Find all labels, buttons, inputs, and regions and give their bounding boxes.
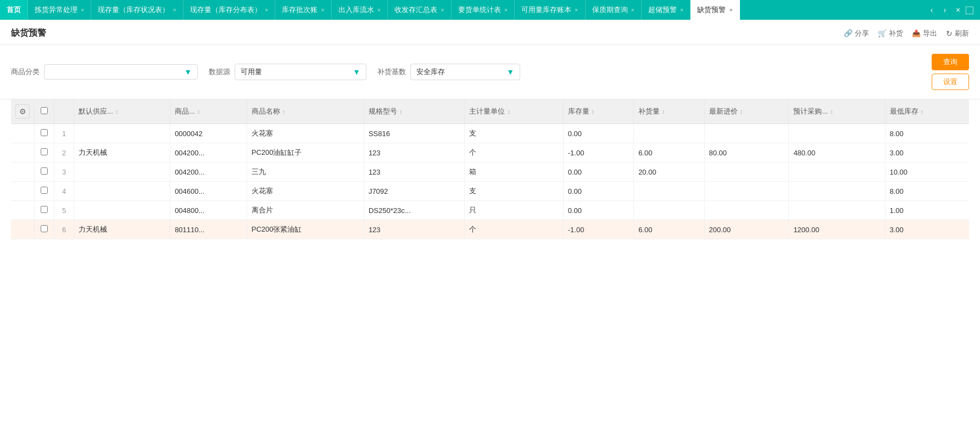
th-unit: 主计量单位 ↕ (465, 99, 563, 124)
row-checkbox-0[interactable] (41, 129, 48, 136)
td-check-1 (35, 143, 54, 163)
table-wrap: ⚙ 默认供应... ↕ 商品... (0, 99, 980, 239)
tab-next-button[interactable]: › (938, 3, 951, 16)
td-unit-2: 箱 (465, 163, 563, 182)
tab-expand-button[interactable]: ⃞ (965, 3, 978, 16)
est-purchase-sort-icon: ↕ (830, 108, 833, 115)
datasource-filter-group: 数据源 可用量 ▼ (209, 64, 366, 80)
th-unit-sort[interactable]: 主计量单位 ↕ (469, 107, 558, 116)
th-goods-name: 商品名称 ↕ (247, 99, 364, 124)
td-stock-1: -1.00 (563, 143, 633, 163)
tab-close-defect-process[interactable]: × (81, 7, 84, 13)
replenish-base-value: 安全库存 (416, 67, 445, 77)
select-all-checkbox[interactable] (41, 107, 48, 114)
tab-close-inventory-status[interactable]: × (172, 7, 176, 13)
td-spec-4: DS250*23c... (364, 201, 464, 220)
datasource-select[interactable]: 可用量 ▼ (235, 64, 366, 80)
tab-item-overstock[interactable]: 超储预警× (642, 0, 691, 20)
category-select-arrow: ▼ (184, 68, 192, 76)
tab-item-recv-summary[interactable]: 收发存汇总表× (388, 0, 451, 20)
th-spec-sort[interactable]: 规格型号 ↕ (369, 107, 460, 116)
main-content: 缺货预警 🔗 分享 🛒 补货 📤 导出 ↻ 刷新 商品分类 (0, 20, 980, 437)
replenish-base-select[interactable]: 安全库存 ▼ (410, 64, 520, 80)
td-est-purchase-4 (789, 201, 885, 220)
th-supplier-sort[interactable]: 默认供应... ↕ (79, 107, 165, 116)
td-min-stock-1: 3.00 (885, 143, 969, 163)
tab-prev-button[interactable]: ‹ (925, 3, 938, 16)
td-stock-2: 0.00 (563, 163, 633, 182)
td-unit-0: 支 (465, 124, 563, 143)
row-checkbox-3[interactable] (41, 187, 48, 194)
tab-item-expiry[interactable]: 保质期查询× (586, 0, 642, 20)
tab-close-inout-flow[interactable]: × (377, 7, 381, 13)
tab-item-avail-ledger[interactable]: 可用量库存账本× (515, 0, 585, 20)
tab-close-overstock[interactable]: × (680, 7, 683, 13)
tab-label: 可用量库存账本 (521, 5, 571, 15)
row-checkbox-5[interactable] (41, 225, 48, 232)
tab-close-shortage[interactable]: × (729, 7, 732, 13)
tab-item-inout-flow[interactable]: 出入库流水× (332, 0, 388, 20)
th-latest-price-sort[interactable]: 最新进价 ↕ (709, 107, 784, 116)
tab-item-batch-account[interactable]: 库存批次账× (275, 0, 331, 20)
tab-close-button[interactable]: × (951, 3, 965, 16)
th-min-stock-sort[interactable]: 最低库存 ↕ (890, 107, 965, 116)
replenish-button[interactable]: 🛒 补货 (878, 29, 903, 38)
tab-close-req-stats[interactable]: × (504, 7, 508, 13)
th-goods-code-sort[interactable]: 商品... ↕ (175, 107, 242, 116)
refresh-button[interactable]: ↻ 刷新 (946, 29, 969, 38)
th-est-purchase-sort[interactable]: 预计采购... ↕ (793, 107, 880, 116)
replenish-base-arrow: ▼ (506, 68, 514, 76)
th-supplier: 默认供应... ↕ (74, 99, 170, 124)
row-checkbox-2[interactable] (41, 167, 48, 175)
category-select[interactable]: ▼ (44, 64, 198, 80)
th-spec-label: 规格型号 (369, 107, 397, 116)
td-goods-name-0: 火花塞 (247, 124, 364, 143)
tab-label: 拣货异常处理 (35, 5, 77, 15)
td-num-1: 2 (54, 143, 74, 163)
td-goods-name-4: 离合片 (247, 201, 364, 220)
column-settings-button[interactable]: ⚙ (15, 104, 30, 119)
query-button[interactable]: 查询 (932, 54, 969, 70)
tab-item-inventory-status[interactable]: 现存量（库存状况表）× (91, 0, 183, 20)
filter-actions: 查询 设置 (932, 54, 969, 90)
settings-button[interactable]: 设置 (932, 74, 969, 90)
th-spec: 规格型号 ↕ (364, 99, 464, 124)
td-min-stock-0: 8.00 (885, 124, 969, 143)
tab-item-inventory-dist[interactable]: 现存量（库存分布表）× (183, 0, 275, 20)
tab-item-home[interactable]: 首页 (0, 0, 28, 20)
share-label: 分享 (855, 29, 869, 38)
tab-label: 要货单统计表 (458, 5, 501, 15)
category-filter-label: 商品分类 (11, 67, 40, 77)
share-button[interactable]: 🔗 分享 (844, 29, 869, 38)
tab-label: 出入库流水 (338, 5, 374, 15)
td-est-purchase-0 (789, 124, 885, 143)
tab-close-recv-summary[interactable]: × (441, 7, 444, 13)
tab-close-expiry[interactable]: × (631, 7, 634, 13)
tab-item-defect-process[interactable]: 拣货异常处理× (28, 0, 91, 20)
tab-item-req-stats[interactable]: 要货单统计表× (452, 0, 515, 20)
row-checkbox-1[interactable] (41, 148, 48, 155)
row-checkbox-4[interactable] (41, 206, 48, 213)
th-stock-sort[interactable]: 库存量 ↕ (568, 107, 629, 116)
tab-close-batch-account[interactable]: × (321, 7, 324, 13)
tab-item-shortage[interactable]: 缺货预警× (691, 0, 739, 20)
goods-name-sort-icon: ↕ (282, 108, 286, 115)
th-unit-label: 主计量单位 (469, 107, 505, 116)
replenish-base-label: 补货基数 (377, 67, 406, 77)
th-min-stock: 最低库存 ↕ (885, 99, 969, 124)
tab-close-avail-ledger[interactable]: × (575, 7, 578, 13)
td-unit-1: 个 (465, 143, 563, 163)
td-goods-name-2: 三九 (247, 163, 364, 182)
th-goods-code: 商品... ↕ (170, 99, 247, 124)
th-latest-price: 最新进价 ↕ (704, 99, 789, 124)
th-replenish-sort[interactable]: 补货量 ↕ (638, 107, 699, 116)
td-min-stock-2: 10.00 (885, 163, 969, 182)
td-replenish-0 (634, 124, 704, 143)
export-button[interactable]: 📤 导出 (912, 29, 937, 38)
tab-close-inventory-dist[interactable]: × (265, 7, 268, 13)
td-check-0 (35, 124, 54, 143)
td-num-4: 5 (54, 201, 74, 220)
th-goods-name-sort[interactable]: 商品名称 ↕ (252, 107, 359, 116)
td-spec-1: 123 (364, 143, 464, 163)
td-replenish-1: 6.00 (634, 143, 704, 163)
